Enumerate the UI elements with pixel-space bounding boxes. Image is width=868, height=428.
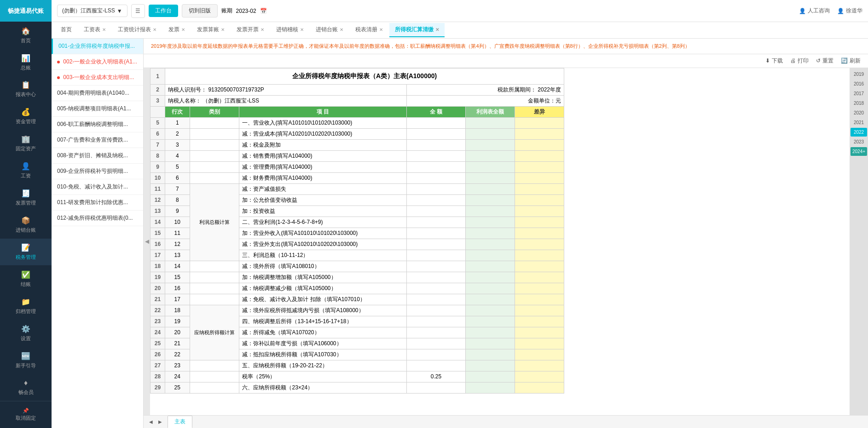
tab-stock-check-close[interactable]: ✕ <box>300 27 304 32</box>
sidebar-item-report[interactable]: 📋 报表中心 <box>0 76 52 103</box>
left-item-007[interactable]: 007-广告费和业务宣传费跌... <box>52 132 143 148</box>
download-icon: ⬇ <box>765 57 770 64</box>
sidebar-item-settle[interactable]: ✅ 结账 <box>0 265 52 292</box>
merged-label-profit: 利润总额计算 <box>190 183 239 261</box>
tab-invoice-calc-close[interactable]: ✕ <box>221 27 225 32</box>
warning-text: 2019年度涉及取以前年度延续数据的申报表单元格需要手工维护正确，才能保证本年及… <box>151 43 690 49</box>
calendar-icon[interactable]: 📅 <box>260 8 267 14</box>
left-item-010[interactable]: 010-免税、减计收入及加计... <box>52 179 143 195</box>
sidebar-unpin[interactable]: 📌 取消固定 <box>0 405 52 424</box>
sheet-table: 1 企业所得税年度纳税申报表（A类）主表(A100000) 2 纳税人识别号： … <box>150 68 564 394</box>
left-item-004-label: 004-期间费用明细表(A1040... <box>57 90 129 96</box>
tax-icon: 📝 <box>21 243 30 252</box>
sidebar-label-salary: 工资 <box>21 172 31 179</box>
user-info[interactable]: 👤 徐道华 <box>837 7 862 15</box>
timeline-2016[interactable]: 2016 <box>851 80 867 88</box>
tab-tax-clear-close[interactable]: ✕ <box>379 27 383 32</box>
left-item-005[interactable]: 005-纳税调整项目明细表(A1... <box>52 101 143 117</box>
sidebar-item-salary[interactable]: 👤 工资 <box>0 157 52 184</box>
tab-tax-clear-label: 税表清册 <box>355 26 377 34</box>
sidebar-item-finance[interactable]: 💰 资金管理 <box>0 103 52 130</box>
tab-home[interactable]: 首页 <box>55 23 77 37</box>
guide-icon: 🆕 <box>21 352 30 360</box>
tab-stock-ledger-close[interactable]: ✕ <box>340 27 343 32</box>
tab-invoice-close[interactable]: ✕ <box>181 27 185 32</box>
tab-salary-stat-label: 工资统计报表 <box>118 26 151 34</box>
nav-prev-arrow[interactable]: ◀ <box>147 418 155 426</box>
table-row: 9 5 减：管理费用(填写A104000) <box>150 161 564 172</box>
reset-button[interactable]: ↺ 重置 <box>816 57 833 65</box>
left-item-001[interactable]: 001-企业所得税年度纳税申报... <box>52 39 143 54</box>
spreadsheet[interactable]: 1 企业所得税年度纳税申报表（A类）主表(A100000) 2 纳税人识别号： … <box>150 68 850 416</box>
tab-invoice[interactable]: 发票 ✕ <box>163 23 191 37</box>
sheet-toolbar: ⬇ 下载 🖨 打印 ↺ 重置 🔄 刷新 <box>144 54 868 68</box>
left-item-006[interactable]: 006-职工薪酬纳税调整明细... <box>52 117 143 132</box>
sidebar-item-tax[interactable]: 📝 税务管理 <box>0 239 52 266</box>
collapse-handle[interactable]: ◀ <box>144 68 150 416</box>
sidebar-item-member[interactable]: ♦ 畅会员 <box>0 374 52 401</box>
tab-income-tax-label: 所得税汇算清缴 <box>395 26 434 34</box>
timeline-2024[interactable]: 2024+ <box>851 147 867 156</box>
tab-salary[interactable]: 工资表 ✕ <box>78 23 111 37</box>
tab-stock-ledger[interactable]: 进销台账 ✕ <box>310 23 349 37</box>
table-row: 11 7 利润总额计算 减：资产减值损失 <box>150 183 564 194</box>
left-item-003[interactable]: 003-一般企业成本支出明细... <box>52 70 143 86</box>
service-btn[interactable]: 👤 人工咨询 <box>799 7 830 15</box>
finance-icon: 💰 <box>21 108 30 116</box>
sidebar-item-stock[interactable]: 📦 进销台账 <box>0 211 52 239</box>
sidebar-item-assets[interactable]: 🏢 固定资产 <box>0 130 52 157</box>
sidebar-item-ledger[interactable]: 📊 总账 <box>0 49 52 76</box>
row-num-3: 3 <box>150 95 165 106</box>
table-row: 20 16 减：纳税调整减少额（填写A105000） <box>150 283 564 294</box>
timeline-2018[interactable]: 2018 <box>851 99 867 108</box>
workbench-button[interactable]: 工作台 <box>149 5 178 17</box>
table-row: 10 6 减：财务费用(填写A104000) <box>150 172 564 183</box>
refresh-button[interactable]: 🔄 刷新 <box>841 57 861 65</box>
timeline-2019[interactable]: 2019 <box>851 70 867 79</box>
company-selector[interactable]: (勿删）江西服宝-LSS ▼ <box>57 5 127 17</box>
print-button[interactable]: 🖨 打印 <box>790 57 809 65</box>
tab-salary-label: 工资表 <box>84 26 100 34</box>
switch-version-button[interactable]: 切到旧版 <box>182 4 218 17</box>
sidebar-item-archive[interactable]: 📁 归档管理 <box>0 292 52 320</box>
tab-invoice-open[interactable]: 发票开票 ✕ <box>231 23 270 37</box>
timeline-2021[interactable]: 2021 <box>851 118 867 127</box>
tab-invoice-open-close[interactable]: ✕ <box>260 27 264 32</box>
sidebar-item-invoice[interactable]: 🧾 发票管理 <box>0 184 52 211</box>
left-item-009[interactable]: 009-企业所得税补亏损明细... <box>52 164 143 179</box>
tabbar: 首页 工资表 ✕ 工资统计报表 ✕ 发票 ✕ 发票算账 ✕ 发票开票 ✕ 进销稽… <box>52 22 868 39</box>
left-item-012[interactable]: 012-减免所得税优惠明细表(0... <box>52 211 143 226</box>
table-row: 21 17 减：免税、减计收入及加计 扣除（填写A107010） <box>150 294 564 305</box>
left-item-011-label: 011-研发费用加计扣除优惠... <box>57 199 128 205</box>
left-item-011[interactable]: 011-研发费用加计扣除优惠... <box>52 195 143 211</box>
main-area: (勿删）江西服宝-LSS ▼ ☰ 工作台 切到旧版 账期 2023-02 📅 👤… <box>52 0 868 428</box>
tab-stock-check-label: 进销稽核 <box>276 26 298 34</box>
left-item-009-label: 009-企业所得税补亏损明细... <box>57 168 128 174</box>
sidebar-item-home[interactable]: 🏠 首页 <box>0 22 52 49</box>
nav-next-arrow[interactable]: ▶ <box>156 418 164 426</box>
timeline-2023[interactable]: 2023 <box>851 137 867 146</box>
download-button[interactable]: ⬇ 下载 <box>765 57 783 65</box>
refresh-label: 刷新 <box>850 57 861 65</box>
tab-salary-close[interactable]: ✕ <box>102 27 106 32</box>
tab-income-tax[interactable]: 所得税汇算清缴 ✕ <box>389 23 445 37</box>
timeline-2017[interactable]: 2017 <box>851 89 867 98</box>
timeline-2020[interactable]: 2020 <box>851 108 867 117</box>
doc-icon-btn[interactable]: ☰ <box>131 4 145 18</box>
sidebar-item-settings[interactable]: ⚙️ 设置 <box>0 320 52 347</box>
tab-salary-stat[interactable]: 工资统计报表 ✕ <box>112 23 162 37</box>
tab-stock-check[interactable]: 进销稽核 ✕ <box>271 23 309 37</box>
topbar-right: 👤 人工咨询 👤 徐道华 <box>799 7 862 15</box>
tab-income-tax-close[interactable]: ✕ <box>435 27 439 32</box>
sheet-tab-main[interactable]: 主表 <box>168 416 192 428</box>
left-item-005-label: 005-纳税调整项目明细表(A1... <box>57 105 131 112</box>
left-item-002[interactable]: 002-一般企业收入明细表(A1... <box>52 54 143 70</box>
tax-id-cell: 纳税人识别号： 91320500703719732P <box>165 84 407 95</box>
sidebar-item-guide[interactable]: 🆕 新手引导 <box>0 347 52 374</box>
tab-tax-clear[interactable]: 税表清册 ✕ <box>350 23 388 37</box>
tab-salary-stat-close[interactable]: ✕ <box>153 27 156 32</box>
timeline-2022[interactable]: 2022 <box>851 128 867 137</box>
left-item-008[interactable]: 008-资产折旧、摊销及纳税... <box>52 148 143 164</box>
tab-invoice-calc[interactable]: 发票算账 ✕ <box>191 23 230 37</box>
left-item-004[interactable]: 004-期间费用明细表(A1040... <box>52 86 143 101</box>
